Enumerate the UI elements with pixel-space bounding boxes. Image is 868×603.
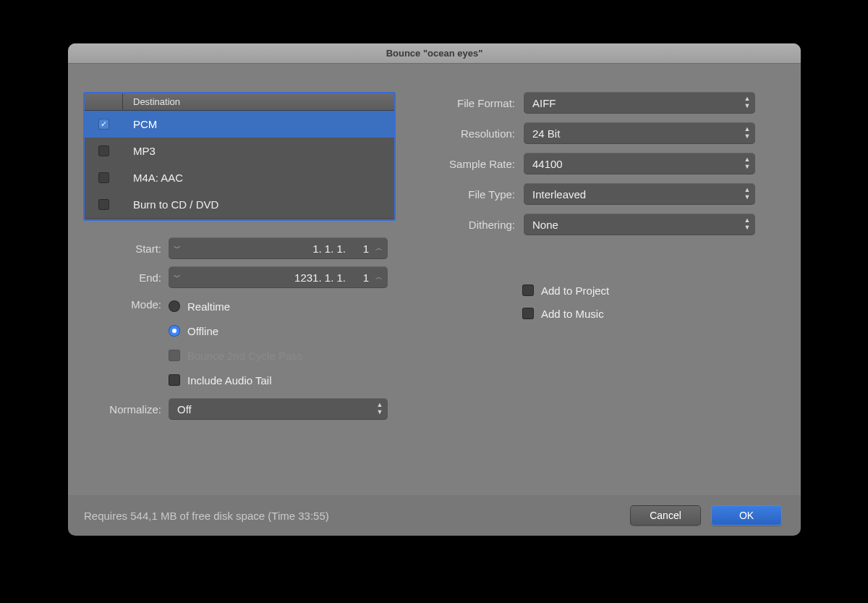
mode-realtime-row[interactable]: Realtime [169, 295, 302, 317]
ok-button[interactable]: OK [711, 505, 782, 526]
updown-icon: ▲▼ [739, 126, 755, 140]
add-music-label: Add to Music [541, 308, 604, 320]
mode-offline-label: Offline [187, 325, 218, 337]
destination-row-pcm[interactable]: ✓ PCM [85, 111, 394, 138]
updown-icon: ▲▼ [739, 187, 755, 201]
normalize-label: Normalize: [83, 403, 169, 416]
chevron-down-icon[interactable]: ﹀ [169, 243, 186, 253]
destination-label-burn: Burn to CD / DVD [123, 198, 218, 211]
sample-rate-value: 44100 [524, 158, 739, 170]
destination-table[interactable]: Destination ✓ PCM MP3 M4A: AAC Burn to C… [83, 92, 396, 221]
file-format-value: AIFF [524, 97, 739, 109]
dithering-value: None [524, 219, 739, 231]
normalize-value: Off [169, 403, 372, 416]
bounce-2nd-cycle-row: Bounce 2nd Cycle Pass [169, 345, 302, 366]
checkbox-add-music[interactable] [522, 308, 534, 319]
add-options: Add to Project Add to Music [522, 279, 762, 325]
footer: Requires 544,1 MB of free disk space (Ti… [68, 495, 801, 536]
left-form: Start: ﹀ 1. 1. 1. 1 ︿ End: ﹀ 1231. 1. 1.… [83, 237, 401, 427]
destination-label-pcm: PCM [123, 118, 157, 130]
mode-realtime-label: Realtime [187, 300, 230, 313]
checkbox-add-project[interactable] [522, 284, 534, 296]
end-value[interactable]: 1231. 1. 1. [186, 271, 350, 284]
file-type-value: Interleaved [524, 188, 739, 201]
status-text: Requires 544,1 MB of free disk space (Ti… [68, 510, 630, 522]
dithering-dropdown[interactable]: None ▲▼ [524, 214, 755, 235]
end-label: End: [83, 271, 169, 284]
dialog-body: Destination ✓ PCM MP3 M4A: AAC Burn to C… [68, 64, 801, 536]
destination-label-m4a: M4A: AAC [123, 172, 183, 184]
dithering-label: Dithering: [422, 219, 524, 231]
resolution-value: 24 Bit [524, 127, 739, 140]
bounce-2nd-label: Bounce 2nd Cycle Pass [187, 350, 302, 362]
add-project-label: Add to Project [541, 284, 609, 297]
add-to-music-row[interactable]: Add to Music [522, 302, 762, 325]
destination-label-mp3: MP3 [123, 145, 156, 157]
updown-icon: ▲▼ [739, 217, 755, 232]
destination-row-mp3[interactable]: MP3 [85, 138, 394, 164]
start-stepper[interactable]: ﹀ 1. 1. 1. 1 ︿ [169, 237, 388, 259]
file-format-label: File Format: [422, 97, 524, 109]
radio-offline[interactable] [169, 325, 180, 337]
destination-row-burn[interactable]: Burn to CD / DVD [85, 191, 394, 218]
end-stepper[interactable]: ﹀ 1231. 1. 1. 1 ︿ [169, 266, 388, 288]
resolution-dropdown[interactable]: 24 Bit ▲▼ [524, 122, 755, 144]
include-audio-tail-row[interactable]: Include Audio Tail [169, 369, 302, 391]
mode-offline-row[interactable]: Offline [169, 320, 302, 342]
destination-header: Destination [85, 93, 394, 111]
checkbox-pcm[interactable]: ✓ [98, 119, 109, 130]
resolution-label: Resolution: [422, 127, 524, 140]
sample-rate-dropdown[interactable]: 44100 ▲▼ [524, 153, 755, 174]
checkbox-bounce-2nd [169, 350, 180, 361]
file-type-dropdown[interactable]: Interleaved ▲▼ [524, 183, 755, 205]
destination-checkbox-column [85, 93, 123, 110]
updown-icon: ▲▼ [739, 96, 755, 110]
cancel-button[interactable]: Cancel [630, 505, 701, 526]
checkbox-mp3[interactable] [98, 146, 109, 156]
normalize-dropdown[interactable]: Off ▲▼ [169, 398, 388, 420]
start-sub[interactable]: 1 [350, 243, 370, 255]
right-form: File Format: AIFF ▲▼ Resolution: 24 Bit … [422, 92, 762, 325]
window-title: Bounce "ocean eyes" [386, 48, 483, 59]
updown-icon: ▲▼ [739, 156, 755, 171]
destination-header-label: Destination [123, 96, 180, 107]
file-type-label: File Type: [422, 188, 524, 201]
start-value[interactable]: 1. 1. 1. [186, 243, 350, 255]
audio-tail-label: Include Audio Tail [187, 374, 271, 387]
chevron-up-icon[interactable]: ︿ [370, 272, 388, 282]
destination-row-m4a[interactable]: M4A: AAC [85, 164, 394, 191]
chevron-up-icon[interactable]: ︿ [370, 243, 388, 253]
titlebar: Bounce "ocean eyes" [68, 43, 801, 64]
end-sub[interactable]: 1 [350, 271, 370, 284]
sample-rate-label: Sample Rate: [422, 158, 524, 170]
radio-realtime[interactable] [169, 300, 180, 312]
add-to-project-row[interactable]: Add to Project [522, 279, 762, 302]
checkbox-audio-tail[interactable] [169, 374, 180, 386]
file-format-dropdown[interactable]: AIFF ▲▼ [524, 92, 755, 114]
chevron-down-icon[interactable]: ﹀ [169, 272, 186, 282]
start-label: Start: [83, 243, 169, 255]
mode-label: Mode: [83, 295, 169, 311]
bounce-dialog: Bounce "ocean eyes" Destination ✓ PCM MP… [68, 43, 801, 536]
updown-icon: ▲▼ [372, 402, 388, 416]
checkbox-m4a[interactable] [98, 172, 109, 183]
checkbox-burn[interactable] [98, 199, 109, 210]
